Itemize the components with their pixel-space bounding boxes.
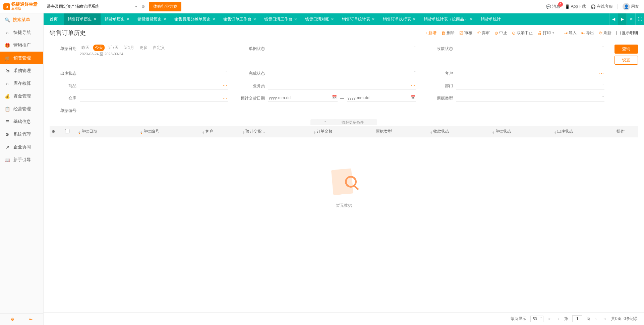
tab-expense-history[interactable]: 销售费用分摊单历史✕ <box>170 13 219 25</box>
audit-button[interactable]: ☑审核 <box>459 30 472 36</box>
date-tab-more[interactable]: 更多 <box>138 45 149 51</box>
column-expect-date[interactable]: ▴▾预计交货... <box>241 126 312 137</box>
tab-fullscreen[interactable]: ⛶ <box>635 13 644 25</box>
select-all-checkbox[interactable] <box>65 129 69 133</box>
refresh-button[interactable]: ⟳刷新 <box>599 30 611 36</box>
sidebar-item-quicknav[interactable]: ⌂快捷导航 <box>0 26 43 39</box>
tab-sales-order-history[interactable]: 销售订单历史✕ <box>64 13 101 25</box>
sidebar-item-marketing[interactable]: 🎁营销推广 <box>0 39 43 52</box>
chevron-down-icon[interactable]: ˇ <box>602 96 604 101</box>
tab-order-workbench[interactable]: 销售订单工作台✕ <box>219 13 260 25</box>
tab-delivery-stats-product[interactable]: 销货单统计表（按商品）✕ <box>420 13 477 25</box>
ticket-type-select[interactable] <box>456 94 604 102</box>
doc-status-select[interactable] <box>268 45 416 52</box>
column-settings[interactable]: ⚙ <box>50 126 63 137</box>
more-icon[interactable]: ⋯ <box>411 83 415 88</box>
finish-status-select[interactable] <box>268 69 416 77</box>
collect-status-select[interactable] <box>456 45 604 52</box>
delete-button[interactable]: 🗑删除 <box>441 30 455 36</box>
product-input[interactable] <box>80 82 228 89</box>
more-icon[interactable]: ⋯ <box>223 83 227 88</box>
export-button[interactable]: ⇤导出 <box>581 30 594 36</box>
tab-daily-reconcile[interactable]: 钱货日清对账✕ <box>301 13 338 25</box>
checkbox[interactable] <box>616 31 621 35</box>
column-doc-date[interactable]: ▴▾单据日期 <box>76 126 138 137</box>
sidebar-item-system[interactable]: ⚙系统管理 <box>0 128 43 141</box>
column-amount[interactable]: ▴▾订单金额 <box>312 126 374 137</box>
chevron-down-icon[interactable]: ˇ <box>602 83 604 88</box>
close-icon[interactable]: ✕ <box>126 17 129 21</box>
tab-close-all[interactable]: ✕ <box>627 13 635 25</box>
date-tab-1month[interactable]: 近1月 <box>122 45 136 51</box>
chevron-down-icon[interactable]: ˇ <box>414 46 415 51</box>
collapse-icon[interactable]: ⇤ <box>29 317 33 322</box>
message-button[interactable]: 💬 消息 6 <box>546 4 560 9</box>
close-icon[interactable]: ✕ <box>413 17 416 21</box>
query-button[interactable]: 查询 <box>614 45 638 54</box>
sidebar-item-collab[interactable]: ↗企业协同 <box>0 141 43 153</box>
tab-delivery-history[interactable]: 销货单历史✕ <box>101 13 133 25</box>
sidebar-item-finance[interactable]: 💰资金管理 <box>0 90 43 103</box>
stop-button[interactable]: ⊘中止 <box>494 30 507 36</box>
collapse-filters[interactable]: ⌃ 收起更多条件 <box>44 119 644 126</box>
close-icon[interactable]: ✕ <box>470 17 473 21</box>
doc-no-input[interactable] <box>80 107 228 114</box>
calendar-icon[interactable]: 📅 <box>410 95 415 100</box>
tab-return-history[interactable]: 销货退货历史✕ <box>133 13 170 25</box>
close-icon[interactable]: ✕ <box>294 17 297 21</box>
expect-date-from[interactable] <box>268 94 338 102</box>
cancel-stop-button[interactable]: ⊙取消中止 <box>512 30 533 36</box>
warehouse-input[interactable] <box>80 94 228 102</box>
column-checkbox[interactable] <box>63 126 76 137</box>
date-tab-yesterday[interactable]: 昨天 <box>80 45 91 51</box>
chevron-down-icon[interactable]: ˇ <box>602 46 604 51</box>
experience-button[interactable]: 体验行业方案 <box>149 2 181 11</box>
import-button[interactable]: ⇥导入 <box>564 30 577 36</box>
more-icon[interactable]: ⋯ <box>599 71 604 76</box>
date-tab-custom[interactable]: 自定义 <box>151 45 167 51</box>
tab-order-stats[interactable]: 销售订单统计表✕ <box>338 13 379 25</box>
close-icon[interactable]: ✕ <box>94 17 97 21</box>
app-download-button[interactable]: 📱 App下载 <box>565 4 586 9</box>
per-page-select[interactable]: 50 ˇ <box>530 316 543 322</box>
page-next[interactable]: › <box>594 317 598 321</box>
tab-delivery-stats[interactable]: 销货单统计 <box>477 13 505 25</box>
column-out-status[interactable]: ▴▾出库状态 <box>552 126 614 137</box>
column-doc-no[interactable]: ▴▾单据编号 <box>138 126 200 137</box>
salesman-input[interactable] <box>268 82 416 89</box>
customer-input[interactable] <box>456 69 604 77</box>
online-service-button[interactable]: 🎧 在线客服 <box>591 4 613 9</box>
settings-icon[interactable]: ⚙ <box>11 317 14 322</box>
more-icon[interactable]: ⋯ <box>223 95 227 101</box>
tab-home[interactable]: 首页 <box>44 13 64 25</box>
column-doc-status[interactable]: ▴▾单据状态 <box>490 126 552 137</box>
column-collect-status[interactable]: ▴▾收款状态 <box>428 126 490 137</box>
sidebar-item-inventory[interactable]: ⌂库存核算 <box>0 77 43 90</box>
close-icon[interactable]: ✕ <box>331 17 334 21</box>
sidebar-item-sales[interactable]: 🛒销售管理 <box>0 52 43 64</box>
user-menu[interactable]: 👤 用友 <box>623 3 639 10</box>
sidebar-item-guide[interactable]: 📖新手引导 <box>0 153 43 166</box>
close-icon[interactable]: ✕ <box>212 17 215 21</box>
column-ticket-type[interactable]: 票据类型 <box>374 126 428 137</box>
chevron-down-icon[interactable]: ˇ <box>414 71 415 76</box>
column-customer[interactable]: ▴▾客户 <box>200 126 241 137</box>
out-status-select[interactable] <box>80 69 228 77</box>
sidebar-item-purchase[interactable]: 🛍采购管理 <box>0 64 43 77</box>
close-icon[interactable]: ✕ <box>253 17 256 21</box>
system-selector[interactable]: 装备及固定资产辅助管理系统 <box>47 4 137 9</box>
sidebar-item-business[interactable]: 📋经营管理 <box>0 103 43 115</box>
date-tab-7days[interactable]: 近7天 <box>107 45 120 51</box>
page-last[interactable]: ⇥ <box>602 317 607 321</box>
tab-daily-workbench[interactable]: 钱货日清工作台✕ <box>260 13 301 25</box>
print-button[interactable]: 🖨打印▾ <box>537 30 554 36</box>
tab-order-exec[interactable]: 销售订单执行表✕ <box>379 13 420 25</box>
tab-scroll-right[interactable]: ▶ <box>618 13 627 25</box>
tab-scroll-left[interactable]: ◀ <box>609 13 618 25</box>
show-detail-toggle[interactable]: 显示明细 <box>616 30 638 36</box>
page-input[interactable] <box>572 315 582 322</box>
sidebar-search[interactable]: 🔍 搜索菜单 <box>0 13 43 26</box>
gear-icon[interactable]: ⚙ <box>141 4 145 9</box>
page-prev[interactable]: ‹ <box>557 317 560 321</box>
date-tab-today[interactable]: 今天 <box>93 45 105 51</box>
